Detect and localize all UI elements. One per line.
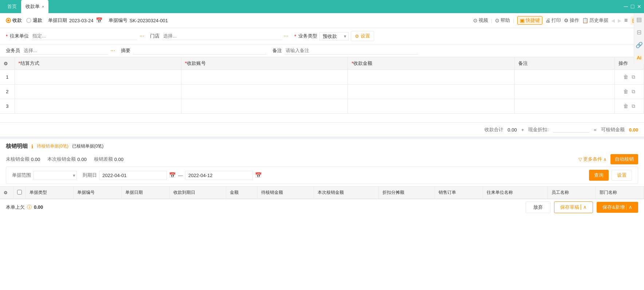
form-row-2: 业务员 ··· 摘要 备注 <box>0 44 644 57</box>
tab-home[interactable]: 首页 <box>3 0 21 13</box>
settlement-3[interactable] <box>15 99 181 114</box>
help-btn[interactable]: ⊙ 帮助 <box>495 17 510 24</box>
info-icon[interactable]: ℹ <box>31 144 33 149</box>
remark-1[interactable] <box>514 70 614 85</box>
settlement-2[interactable] <box>15 85 181 99</box>
copy-icon-3[interactable]: ⧉ <box>632 103 635 109</box>
stats-row: 未核销金额 0.00 本次核销金额 0.00 核销差额 0.00 ▽ 更多条件 … <box>0 152 644 166</box>
window-controls: ─ □ × <box>624 3 641 11</box>
done-tab[interactable]: 已核销单据(0笔) <box>72 143 104 149</box>
right-panel-icon-2[interactable]: ⊟ <box>637 29 641 36</box>
operation-btn[interactable]: ⚙ 操作 <box>564 17 579 24</box>
date-sep: — <box>178 173 183 178</box>
customer-required: * <box>6 34 8 39</box>
staff-more-btn[interactable]: ··· <box>110 47 115 54</box>
footer-left: 本单上欠 ⓘ 0.00 <box>6 204 43 211</box>
col-amount: *收款金额 <box>348 57 514 70</box>
pending-tab[interactable]: 待核销单据(0笔) <box>37 143 68 149</box>
customer-input[interactable] <box>31 32 137 40</box>
save-new-btn[interactable]: 保存&新增 ∧ <box>597 202 638 213</box>
video-btn[interactable]: ⊙ 视频 <box>473 17 488 24</box>
delete-icon-2[interactable]: 🗑 <box>623 89 628 94</box>
auto-verify-btn[interactable]: 自动核销 <box>610 154 638 164</box>
total-value: 0.00 <box>508 127 517 133</box>
right-panel-icon-3[interactable]: 🔗 <box>636 42 643 48</box>
current-label: 本次核销金额 <box>47 156 76 162</box>
bottom-col-current: 本次核销金额 <box>314 187 378 199</box>
query-btn[interactable]: 查询 <box>589 170 609 181</box>
total-label: 收款合计 <box>484 126 503 133</box>
tab-receipt-close[interactable]: × <box>42 4 44 9</box>
col-gear[interactable]: ⚙ <box>0 57 15 70</box>
account-3[interactable] <box>181 99 347 114</box>
bottom-col-pending: 待核销金额 <box>258 187 314 199</box>
shortcut-btn[interactable]: ▣ 快捷键 <box>517 16 542 25</box>
radio-receipt[interactable]: 收款 <box>6 17 22 24</box>
section-header: 核销明细 ℹ 待核销单据(0笔) 已核销单据(0笔) <box>0 139 644 152</box>
biz-type-select-wrap: 预收款 ▾ <box>319 32 349 40</box>
amount-3[interactable] <box>348 99 514 114</box>
date-to-input[interactable] <box>185 171 253 180</box>
amount-2[interactable] <box>348 85 514 99</box>
tab-bar: 首页 收款单 × ─ □ × <box>0 0 644 13</box>
delete-icon-3[interactable]: 🗑 <box>623 103 628 109</box>
date-from-calendar[interactable]: 📅 <box>169 172 176 179</box>
copy-icon-2[interactable]: ⧉ <box>632 89 635 94</box>
note-group: 备注 <box>272 47 418 55</box>
available-label: 可核销金额 <box>601 126 625 133</box>
setting-button[interactable]: ⚙ 设置 <box>351 31 374 41</box>
note-input[interactable] <box>284 47 418 55</box>
draft-arrow[interactable]: ∧ <box>581 204 587 210</box>
check-all[interactable] <box>17 190 22 195</box>
calendar-icon[interactable]: 📅 <box>96 17 103 24</box>
window-min-btn[interactable]: ─ <box>624 3 628 10</box>
date-from-input[interactable] <box>99 171 167 180</box>
window-close-btn[interactable]: × <box>637 3 641 11</box>
bottom-col-gear[interactable]: ⚙ <box>0 187 13 199</box>
date-to-calendar[interactable]: 📅 <box>255 172 262 179</box>
account-2[interactable] <box>181 85 347 99</box>
date-value: 2023-03-24 <box>69 18 94 23</box>
discount-input[interactable] <box>553 127 589 133</box>
filter-setting-btn[interactable]: 设置 <box>612 170 632 181</box>
radio-refund[interactable]: 退款 <box>26 17 42 24</box>
history-btn[interactable]: 📋 历史单据 <box>582 17 608 24</box>
range-select[interactable] <box>33 171 77 180</box>
diff-label: 核销差额 <box>94 156 113 162</box>
settlement-1[interactable] <box>15 70 181 85</box>
save-new-arrow[interactable]: ∧ <box>626 204 632 210</box>
right-panel-ai-icon[interactable]: Ai <box>636 54 642 61</box>
delete-icon-1[interactable]: 🗑 <box>623 74 628 80</box>
tab-receipt[interactable]: 收款单 × <box>21 0 48 13</box>
window-max-btn[interactable]: □ <box>631 3 635 10</box>
copy-icon-1[interactable]: ⧉ <box>632 74 635 80</box>
video-label: 视频 <box>479 17 488 24</box>
bottom-col-check[interactable] <box>13 187 25 199</box>
staff-input[interactable] <box>22 47 108 55</box>
remark-3[interactable] <box>514 99 614 114</box>
tab-receipt-label: 收款单 <box>25 3 40 10</box>
order-info-icon[interactable]: ⓘ <box>27 204 32 211</box>
abandon-btn[interactable]: 放弃 <box>526 201 550 213</box>
remark-2[interactable] <box>514 85 614 99</box>
bottom-col-type: 单据类型 <box>25 187 74 199</box>
list-view-icon[interactable]: ≡ <box>624 17 628 24</box>
print-btn[interactable]: 🖨 打印 <box>545 17 561 24</box>
customer-more-btn[interactable]: ··· <box>140 33 144 39</box>
bottom-col-staff: 员工名称 <box>548 187 596 199</box>
video-icon: ⊙ <box>473 17 478 23</box>
biz-type-select[interactable]: 预收款 <box>319 32 349 40</box>
store-input[interactable] <box>162 32 282 40</box>
amount-1[interactable] <box>348 70 514 85</box>
store-more-btn[interactable]: ··· <box>284 33 288 39</box>
draft-btn[interactable]: 保存草稿 ∧ <box>554 201 593 213</box>
discount-label: 现金折扣: <box>528 126 549 133</box>
more-conditions-btn[interactable]: ▽ 更多条件 ∧ <box>578 156 607 162</box>
table-row: 2 🗑 ⧉ <box>0 85 644 99</box>
bottom-col-number: 单据编号 <box>74 187 122 199</box>
operation-label: 操作 <box>570 17 579 24</box>
save-new-label: 保存&新增 <box>602 204 625 211</box>
account-1[interactable] <box>181 70 347 85</box>
right-panel-icon-1[interactable]: ▤ <box>636 16 642 23</box>
summary-input[interactable] <box>133 47 267 55</box>
